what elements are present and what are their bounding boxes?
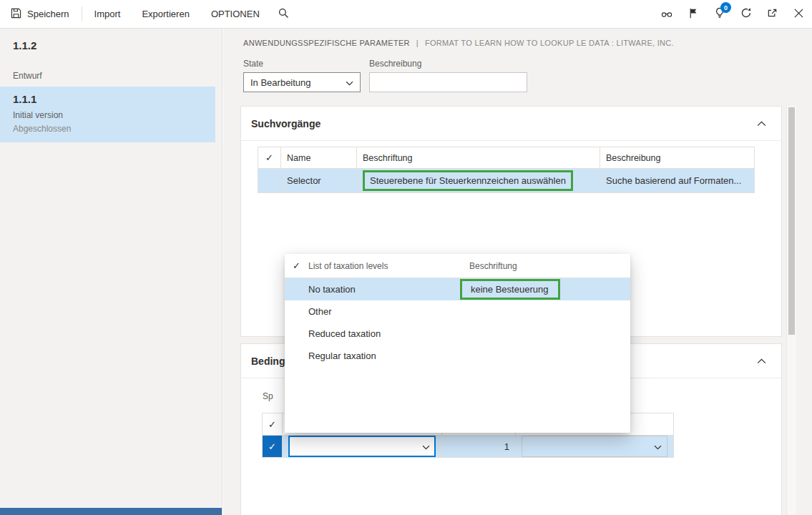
notifications-button[interactable]: 0 (706, 0, 733, 28)
lookups-header-row: ✓ Name Beschriftung Beschreibung (258, 147, 755, 169)
popup-item-name: No taxation (308, 284, 469, 295)
popup-item-regular-taxation[interactable]: Regular taxation (285, 345, 630, 367)
toolbar-right: 0 (653, 0, 812, 28)
column-header-description[interactable]: Beschreibung (600, 147, 755, 169)
chevron-down-icon (346, 77, 353, 88)
popup-item-no-taxation[interactable]: No taxation keine Besteuerung (285, 278, 630, 300)
export-button[interactable]: Exportieren (131, 0, 200, 28)
popup-item-other[interactable]: Other (285, 300, 630, 323)
popup-column-label[interactable]: Beschriftung (469, 261, 630, 271)
glasses-icon (660, 8, 673, 21)
condition-line-number-cell[interactable]: 1 (442, 436, 516, 458)
breadcrumb: ANWENDUNGSSPEZIFISCHE PARAMETER|FORMAT T… (243, 39, 674, 47)
flag-icon (688, 8, 698, 21)
lookups-collapse-button[interactable] (755, 115, 768, 132)
options-button[interactable]: OPTIONEN (200, 0, 270, 28)
draft-status-label: Entwurf (0, 52, 222, 87)
chevron-down-icon (422, 441, 430, 452)
state-field: State In Bearbeitung (243, 59, 361, 92)
lookups-section-header: Suchvorgänge (241, 107, 781, 141)
select-all-header-cell[interactable]: ✓ (258, 147, 281, 169)
cell-lookup-name[interactable]: Selector (281, 169, 357, 193)
lookup-value-popup: ✓ List of taxation levels Beschriftung N… (285, 254, 630, 433)
popup-header-row: ✓ List of taxation levels Beschriftung (285, 254, 630, 278)
save-label: Speichern (27, 9, 69, 19)
search-icon (278, 8, 289, 21)
version-description: Initial version (13, 110, 202, 120)
select-all-header-cell[interactable]: ✓ (263, 413, 283, 436)
version-status: Abgeschlossen (13, 124, 202, 134)
toolbar-left: Speichern Import Exportieren OPTIONEN (0, 0, 297, 28)
lookup-label-text: Steuerebene für Steuerkennzeichen auswäh… (370, 175, 566, 186)
popup-item-label-cell: keine Besteuerung (469, 279, 630, 300)
popup-item-name: Other (308, 306, 469, 317)
cell-lookup-description[interactable]: Suche basierend auf Formaten... (600, 169, 755, 193)
description-label: Beschreibung (369, 59, 527, 69)
chevron-up-icon (757, 355, 766, 366)
condition-combobox-cell (283, 436, 442, 458)
draft-version-label: 1.1.2 (0, 28, 222, 52)
toolbar: Speichern Import Exportieren OPTIONEN (0, 0, 812, 29)
close-icon (794, 9, 803, 20)
vertical-scrollbar[interactable] (786, 106, 796, 515)
app-window: Speichern Import Exportieren OPTIONEN (0, 0, 812, 515)
popout-button[interactable] (759, 0, 786, 28)
refresh-icon (740, 7, 752, 21)
flag-button[interactable] (680, 0, 706, 28)
condition-value-cell (516, 436, 674, 458)
description-input[interactable] (369, 72, 527, 92)
scrollbar-thumb[interactable] (788, 107, 795, 335)
popup-column-name[interactable]: List of taxation levels (308, 261, 469, 271)
row-selected-check-cell[interactable]: ✓ (263, 436, 283, 458)
breadcrumb-section: ANWENDUNGSSPEZIFISCHE PARAMETER (243, 39, 410, 47)
cell-lookup-label[interactable]: Steuerebene für Steuerkennzeichen auswäh… (357, 169, 600, 193)
popup-item-name: Regular taxation (308, 350, 469, 361)
version-sidebar: 1.1.2 Entwurf 1.1.1 Initial version Abge… (0, 28, 222, 515)
state-label: State (243, 59, 361, 69)
conditions-section-title: Beding (251, 355, 285, 367)
popup-item-name: Reduced taxation (308, 328, 469, 339)
conditions-sub-label: Sp (263, 391, 273, 401)
visibility-button[interactable] (653, 0, 680, 28)
description-field: Beschreibung (369, 59, 527, 92)
close-button[interactable] (786, 0, 812, 28)
column-header-label[interactable]: Beschriftung (357, 147, 600, 169)
checkmark-icon: ✓ (268, 419, 276, 430)
save-icon (11, 8, 21, 21)
refresh-button[interactable] (733, 0, 759, 28)
toolbar-separator (82, 6, 82, 21)
notification-badge: 0 (720, 2, 731, 13)
checkmark-icon: ✓ (285, 260, 308, 271)
checkmark-icon: ✓ (265, 152, 273, 163)
chevron-down-icon (654, 441, 662, 452)
chevron-up-icon (757, 118, 766, 129)
checkmark-icon: ✓ (268, 441, 276, 452)
state-dropdown-value: In Bearbeitung (250, 77, 311, 88)
row-select-cell[interactable] (258, 169, 281, 193)
lookups-table: ✓ Name Beschriftung Beschreibung Selecto… (258, 147, 755, 193)
conditions-collapse-button[interactable] (755, 353, 768, 369)
popout-icon (767, 8, 778, 21)
popup-item-label: keine Besteuerung (471, 284, 548, 295)
highlight-box: keine Besteuerung (460, 279, 560, 300)
save-button[interactable]: Speichern (0, 0, 80, 28)
condition-row[interactable]: ✓ 1 (263, 436, 674, 458)
highlight-box: Steuerebene für Steuerkennzeichen auswäh… (363, 170, 573, 191)
condition-value-combobox[interactable] (522, 436, 667, 457)
table-row[interactable]: Selector Steuerebene für Steuerkennzeich… (258, 169, 755, 193)
breadcrumb-separator: | (416, 39, 419, 47)
sidebar-footer-bar (0, 508, 222, 515)
version-list-item[interactable]: 1.1.1 Initial version Abgeschlossen (0, 87, 215, 142)
popup-item-reduced-taxation[interactable]: Reduced taxation (285, 323, 630, 345)
main-content: ANWENDUNGSSPEZIFISCHE PARAMETER|FORMAT T… (223, 28, 812, 515)
lookups-section-title: Suchvorgänge (251, 118, 321, 129)
page-title: FORMAT TO LEARN HOW TO LOOKUP LE DATA : … (425, 39, 674, 47)
condition-combobox[interactable] (288, 436, 436, 457)
column-header-name[interactable]: Name (281, 147, 357, 169)
version-number: 1.1.1 (13, 93, 202, 105)
state-dropdown[interactable]: In Bearbeitung (243, 72, 361, 92)
import-button[interactable]: Import (84, 0, 132, 28)
search-button[interactable] (270, 0, 297, 28)
